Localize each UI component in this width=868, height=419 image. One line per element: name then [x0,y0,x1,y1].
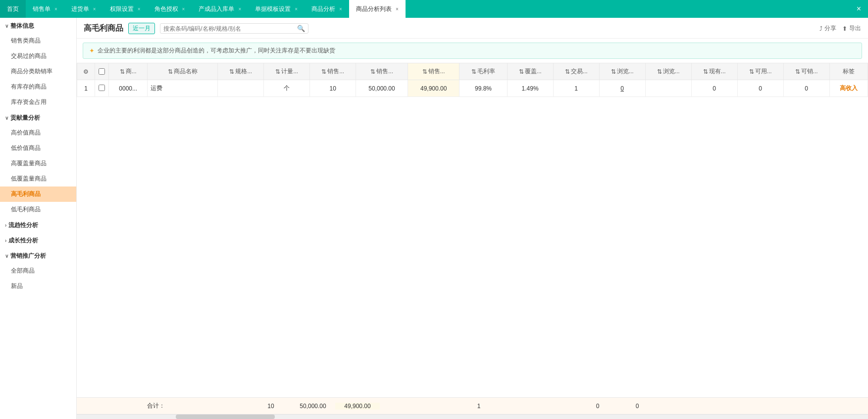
row-unit: 个 [264,80,310,97]
search-icon[interactable]: 🔍 [297,25,305,32]
sidebar-group-label: 营销推广分析 [10,252,46,260]
sort-icon[interactable]: ⇅ [749,68,754,75]
settings-icon[interactable]: ⚙ [83,68,89,75]
sidebar-item-high-margin[interactable]: 高毛利商品 [0,186,76,202]
row-name[interactable]: 运费 [148,80,218,97]
row-checkbox[interactable] [95,80,109,97]
sort-icon[interactable]: ⇅ [471,68,476,75]
row-current-stock: 0 [691,80,737,97]
nav-purchase-order[interactable]: 进货单 × [64,0,103,18]
close-icon[interactable]: × [138,6,141,12]
sidebar-group-growth[interactable]: › 成长性分析 [0,233,76,248]
col-checkbox[interactable] [95,63,109,80]
row-sales-amount: 50,000.00 [356,80,408,97]
nav-product-analysis[interactable]: 商品分析 × [305,0,349,18]
sidebar-item-low-value[interactable]: 低价值商品 [0,140,76,156]
sidebar-item-all-goods[interactable]: 全部商品 [0,263,76,279]
row-spec [218,80,264,97]
col-sales-profit: ⇅销售... [408,63,460,80]
col-label: 浏览... [663,67,680,76]
sort-icon[interactable]: ⇅ [120,68,125,75]
export-button[interactable]: ⬆ 导出 [842,24,861,33]
row-sellable: 0 [783,80,829,97]
col-label: 销售... [327,67,344,76]
sort-icon[interactable]: ⇅ [611,68,616,75]
sidebar-item-high-coverage[interactable]: 高覆盖量商品 [0,156,76,171]
sort-icon[interactable]: ⇅ [657,68,662,75]
sort-icon[interactable]: ⇅ [229,68,234,75]
col-tag: 标签 [829,63,868,80]
col-current-stock: ⇅现有... [691,63,737,80]
row-sales-count: 10 [310,80,356,97]
sort-icon[interactable]: ⇅ [275,68,280,75]
sort-icon[interactable]: ⇅ [519,68,524,75]
nav-home[interactable]: 首页 [0,0,26,18]
sidebar-group-marketing[interactable]: ∨ 营销推广分析 [0,248,76,263]
close-all-button[interactable]: × [850,4,868,13]
table-wrapper[interactable]: ⚙ ⇅商... ⇅商品名称 ⇅规格... [77,63,868,397]
row-view1[interactable]: 0 [599,80,645,97]
col-label: 毛利率 [477,67,495,76]
close-icon[interactable]: × [54,6,57,12]
close-icon[interactable]: × [238,6,241,12]
share-icon: ⤴ [819,25,822,32]
close-icon[interactable]: × [295,6,298,12]
sidebar-item-in-stock[interactable]: 有库存的商品 [0,79,76,94]
period-button[interactable]: 近一月 [128,23,155,34]
nav-role-auth[interactable]: 角色授权 × [148,0,192,18]
sidebar-item-low-coverage[interactable]: 低覆盖量商品 [0,171,76,186]
nav-permission-settings[interactable]: 权限设置 × [103,0,148,18]
share-button[interactable]: ⤴ 分享 [819,24,836,33]
sort-icon[interactable]: ⇅ [703,68,708,75]
sidebar-group-label: 贡献量分析 [10,114,40,122]
nav-sales-order[interactable]: 销售单 × [26,0,64,18]
close-icon[interactable]: × [339,6,342,12]
nav-home-label: 首页 [7,5,19,13]
sidebar-group-overall[interactable]: ∨ 整体信息 [0,18,76,33]
sidebar-item-low-margin[interactable]: 低毛利商品 [0,202,76,217]
expand-icon: › [5,238,6,243]
horizontal-scrollbar[interactable] [77,414,868,419]
row-view2 [645,80,691,97]
nav-template-settings[interactable]: 单据模板设置 × [248,0,305,18]
sidebar-item-category-rate[interactable]: 商品分类助销率 [0,64,76,79]
col-label: 可用... [755,67,772,76]
close-icon[interactable]: × [182,6,185,12]
share-label: 分享 [824,24,836,33]
nav-product-inbound[interactable]: 产成品入库单 × [192,0,248,18]
sidebar-group-trend[interactable]: › 流趋性分析 [0,217,76,233]
sidebar: « ∨ 整体信息 销售类商品 交易过的商品 商品分类助销率 有库存的商品 库存资… [0,18,77,419]
sidebar-item-high-value[interactable]: 高价值商品 [0,125,76,140]
sort-icon[interactable]: ⇅ [168,68,173,75]
sort-icon[interactable]: ⇅ [565,68,570,75]
close-icon[interactable]: × [396,6,399,12]
select-all-checkbox[interactable] [99,68,105,75]
nav-item-label: 销售单 [33,5,51,13]
close-icon[interactable]: × [93,6,96,12]
col-label: 销售... [428,67,445,76]
sort-icon[interactable]: ⇅ [321,68,326,75]
notice-bar: ✦ 企业的主要的利润都是这部分商品创造的，可考虑加大推广，同时关注库存是不要出现… [83,43,862,59]
sidebar-item-inventory-capital[interactable]: 库存资金占用 [0,94,76,110]
row-gross-margin: 99.8% [460,80,507,97]
row-select-checkbox[interactable] [99,85,105,91]
sort-icon[interactable]: ⇅ [422,68,427,75]
sidebar-item-new-goods[interactable]: 新品 [0,279,76,294]
sidebar-group-contribution[interactable]: ∨ 贡献量分析 [0,110,76,125]
sidebar-collapse-button[interactable]: « [76,23,77,32]
col-settings[interactable]: ⚙ [77,63,95,80]
content-header: 高毛利商品 近一月 🔍 ⤴ 分享 ⬆ 导出 [77,18,868,39]
nav-product-analysis-list[interactable]: 商品分析列表 × [349,0,406,18]
export-label: 导出 [849,24,861,33]
sort-icon[interactable]: ⇅ [795,68,800,75]
sidebar-item-sales-goods[interactable]: 销售类商品 [0,33,76,48]
sort-icon[interactable]: ⇅ [370,68,375,75]
footer-sales-count: 10 [251,403,291,410]
col-label: 覆盖... [525,67,542,76]
table-body: 1 0000... 运费 个 10 50,000.00 49,900.00 99… [77,80,868,97]
col-available: ⇅可用... [737,63,783,80]
sidebar-item-traded-goods[interactable]: 交易过的商品 [0,48,76,64]
search-input[interactable] [163,25,297,32]
footer-total-bar: 合计： 10 50,000.00 49,900.00 1 0 0 [77,397,868,414]
col-code: ⇅商... [109,63,148,80]
